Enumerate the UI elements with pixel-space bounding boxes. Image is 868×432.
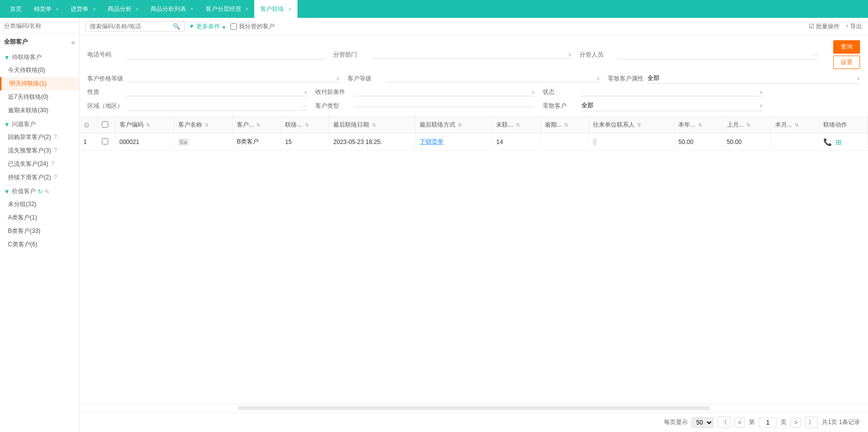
sort-last-month[interactable]: ⇅ bbox=[746, 122, 750, 128]
sidebar-item-overdue[interactable]: 逾期未联络(30) bbox=[0, 104, 79, 117]
sidebar-item-tomorrow[interactable]: 明天待联络(1) bbox=[0, 77, 79, 90]
last-page-btn[interactable]: 》 bbox=[805, 417, 818, 428]
row-checkbox[interactable] bbox=[102, 138, 108, 144]
close-analysis-icon[interactable]: × bbox=[136, 6, 139, 12]
row-actions: 📞 ⊞ bbox=[819, 134, 868, 150]
sidebar-item-class-c[interactable]: C类客户(6) bbox=[0, 238, 79, 251]
retail-attr-select[interactable]: 全部 ∨ bbox=[648, 73, 860, 84]
collapse-icon[interactable]: « bbox=[71, 38, 75, 46]
phone-input[interactable] bbox=[126, 50, 325, 60]
col-uncontacted: 未联... ⇅ bbox=[492, 117, 540, 134]
row-select bbox=[97, 134, 115, 150]
row-uncontacted: 14 bbox=[492, 134, 540, 150]
dept-select[interactable]: ∨ bbox=[372, 51, 571, 59]
area-dots[interactable]: ··· bbox=[302, 102, 307, 109]
reset-btn[interactable]: 设置 bbox=[833, 56, 860, 69]
nav-purchase[interactable]: 进货单 × bbox=[65, 0, 101, 18]
gender-select[interactable]: ∨ bbox=[126, 88, 307, 96]
filter-panel: 电话号码 分管部门 ∨ 分管人员 ··· bbox=[79, 35, 868, 117]
export-icon: ↑ bbox=[846, 23, 849, 30]
export-btn[interactable]: ↑ 导出 bbox=[846, 22, 862, 31]
my-customers-checkbox-label[interactable]: 我分管的客户 bbox=[230, 22, 275, 31]
toolbar: 🔍 ▼ 更多条件 ▲ 我分管的客户 ☑ 批量操作 ↑ 导出 bbox=[79, 18, 868, 35]
sort-code[interactable]: ⇅ bbox=[146, 122, 150, 128]
sidebar-item-churned[interactable]: 已流失客户(24) ? bbox=[0, 157, 79, 171]
row-type: B类客户 bbox=[233, 134, 281, 150]
sort-this-month[interactable]: ⇅ bbox=[795, 122, 798, 128]
sort-contact-person[interactable]: ⇅ bbox=[637, 122, 641, 128]
refresh-icon[interactable]: ↻ bbox=[38, 188, 43, 195]
next-page-btn[interactable]: > bbox=[791, 418, 801, 428]
horizontal-scrollbar[interactable] bbox=[237, 406, 711, 410]
sidebar-search-input[interactable] bbox=[4, 22, 78, 29]
first-page-btn[interactable]: 《 bbox=[718, 417, 730, 428]
page-input[interactable] bbox=[759, 418, 777, 428]
sort-contact[interactable]: ⇅ bbox=[305, 122, 309, 128]
sidebar-item-churn-warning[interactable]: 流失预警客户(3) ? bbox=[0, 144, 79, 157]
filter-retail-attr: 零散客户属性 全部 ∨ bbox=[608, 73, 860, 84]
filter-phone: 电话号码 bbox=[87, 50, 325, 60]
sidebar-item-unclassified[interactable]: 未分组(32) bbox=[0, 198, 79, 211]
search-box[interactable]: 🔍 bbox=[85, 21, 185, 32]
row-this-year: 50.00 bbox=[674, 134, 723, 150]
sidebar-item-declining[interactable]: 持续下滑客户(2) ? bbox=[0, 171, 79, 184]
search-icon[interactable]: 🔍 bbox=[173, 23, 180, 30]
sidebar-item-class-b[interactable]: B类客户(33) bbox=[0, 224, 79, 238]
nav-home[interactable]: 首页 bbox=[4, 0, 28, 18]
sort-overdue[interactable]: ⇅ bbox=[564, 122, 568, 128]
close-analysis-list-icon[interactable]: × bbox=[190, 6, 193, 12]
search-input[interactable] bbox=[90, 23, 173, 30]
grid-action-icon[interactable]: ⊞ bbox=[836, 138, 842, 146]
sort-type[interactable]: ⇅ bbox=[256, 122, 260, 128]
sort-name[interactable]: ⇅ bbox=[205, 122, 209, 128]
sidebar-item-today[interactable]: 今天待联络(0) bbox=[0, 64, 79, 77]
triangle-icon3: ▼ bbox=[4, 188, 10, 195]
select-all-checkbox[interactable] bbox=[102, 121, 108, 128]
contact-person-badge bbox=[593, 139, 597, 145]
filter-row-2: 客户价格等级 ∨ 客户等级 ∨ 零散客户属性 全部 bbox=[87, 73, 860, 84]
my-customers-checkbox[interactable] bbox=[230, 23, 237, 30]
phone-action-icon[interactable]: 📞 bbox=[823, 138, 832, 146]
nav-product-analysis[interactable]: 商品分析 × bbox=[102, 0, 145, 18]
payment-select[interactable]: ∨ bbox=[354, 88, 535, 96]
retail-customer-select[interactable]: 全部 ∨ bbox=[581, 100, 763, 111]
nav-customer-contact[interactable]: 客户联络 × bbox=[254, 0, 297, 18]
sidebar-item-7days[interactable]: 近7天待联络(0) bbox=[0, 90, 79, 104]
prev-page-btn[interactable]: < bbox=[734, 418, 745, 428]
last-method-link[interactable]: 下销货单 bbox=[420, 138, 443, 145]
batch-operation-btn[interactable]: ☑ 批量操作 bbox=[809, 22, 840, 31]
area-select[interactable]: ··· bbox=[127, 101, 307, 111]
sidebar-item-abnormal[interactable]: 回购异常客户(2) ? bbox=[0, 131, 79, 144]
edit-icon[interactable]: ✎ bbox=[45, 188, 50, 195]
grid-settings-icon[interactable]: ⚙ bbox=[83, 121, 90, 129]
nav-customer-stratify[interactable]: 客户分层经营 × bbox=[200, 0, 254, 18]
table-wrap: ⚙ 客户编码 ⇅ 客户名称 ⇅ bbox=[79, 117, 868, 404]
sort-last-date[interactable]: ⇅ bbox=[372, 122, 376, 128]
col-this-month: 本月... ⇅ bbox=[771, 117, 819, 134]
sort-uncontacted[interactable]: ⇅ bbox=[516, 122, 520, 128]
person-select[interactable]: ··· bbox=[618, 50, 817, 60]
row-last-month: 50.00 bbox=[723, 134, 771, 150]
page-size-select[interactable]: 50 bbox=[692, 417, 714, 428]
row-last-method[interactable]: 下销货单 bbox=[416, 134, 492, 150]
nav-product-analysis-list[interactable]: 商品分析列表 × bbox=[145, 0, 199, 18]
sort-last-method[interactable]: ⇅ bbox=[458, 122, 462, 128]
close-stratify-icon[interactable]: × bbox=[245, 6, 248, 12]
status-select[interactable]: ∨ bbox=[581, 88, 763, 96]
row-contact-count: 15 bbox=[281, 134, 329, 150]
sidebar-all-customers[interactable]: 全部客户 « bbox=[0, 34, 79, 50]
filter-more-btn[interactable]: ▼ 更多条件 ▲ bbox=[189, 22, 226, 31]
close-contact-icon[interactable]: × bbox=[288, 6, 291, 12]
person-dots[interactable]: ··· bbox=[812, 51, 817, 58]
sidebar-item-class-a[interactable]: A类客户(1) bbox=[0, 211, 79, 224]
close-purchase-icon[interactable]: × bbox=[92, 6, 95, 12]
close-sales-icon[interactable]: × bbox=[56, 6, 59, 12]
filter-area: 区域（地区） ··· bbox=[87, 101, 307, 111]
customer-level-select[interactable]: ∨ bbox=[386, 74, 600, 82]
price-level-select[interactable]: ∨ bbox=[127, 74, 340, 82]
nav-sales[interactable]: 销货单 × bbox=[28, 0, 65, 18]
query-btn[interactable]: 查询 bbox=[833, 40, 860, 54]
sort-this-year[interactable]: ⇅ bbox=[698, 122, 702, 128]
toolbar-right: ☑ 批量操作 ↑ 导出 bbox=[809, 22, 862, 31]
customer-type-select[interactable] bbox=[354, 105, 535, 107]
